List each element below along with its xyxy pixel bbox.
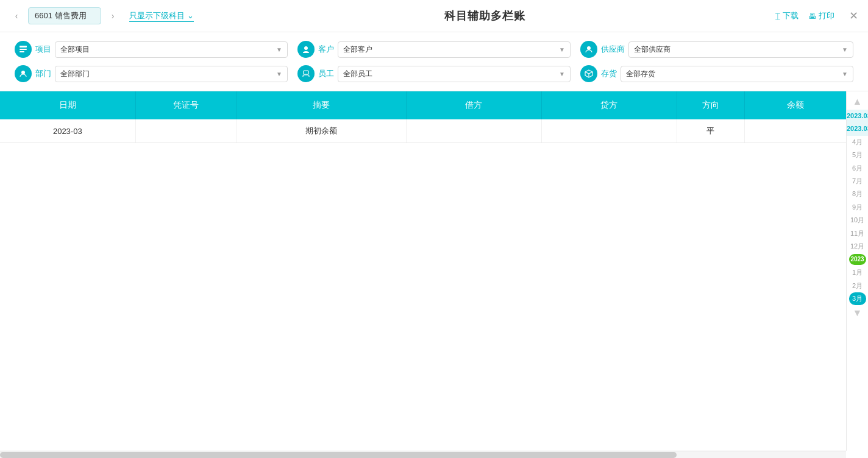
timeline-item-11[interactable]: 11月 xyxy=(847,227,868,240)
supplier-arrow-icon: ▼ xyxy=(842,46,848,53)
timeline-up-btn[interactable]: ▲ xyxy=(850,94,866,110)
timeline-item-1[interactable]: 1月 xyxy=(847,266,868,279)
page-title: 科目辅助多栏账 xyxy=(199,9,770,23)
timeline-item-8[interactable]: 8月 xyxy=(847,188,868,200)
col-debit: 借方 xyxy=(406,91,541,119)
customer-arrow-icon: ▼ xyxy=(559,46,565,53)
filter-item-employee: 员工 全部员工 ▼ xyxy=(293,62,575,86)
scrollbar-thumb[interactable] xyxy=(0,452,677,458)
next-account-btn[interactable]: › xyxy=(106,9,119,23)
customer-select[interactable]: 全部客户 ▼ xyxy=(338,41,571,58)
timeline-panel: ▲ 2023.03 2023.03 4月 5月 6月 7月 8月 9月 10月 … xyxy=(846,91,868,451)
timeline-item-2023-03-1[interactable]: 2023.03 xyxy=(847,110,868,122)
svg-rect-2 xyxy=(20,51,24,52)
timeline-item-3-active[interactable]: 3月 xyxy=(849,292,866,305)
col-credit: 贷方 xyxy=(541,91,677,119)
project-select[interactable]: 全部项目 ▼ xyxy=(55,41,288,58)
svg-rect-0 xyxy=(20,46,27,48)
dept-select[interactable]: 全部部门 ▼ xyxy=(55,66,288,82)
table-container: 日期 凭证号 摘要 借方 贷方 方向 余额 2023-03期初余额平 xyxy=(0,91,846,451)
main-container: ‹ 6601 销售费用 › 只显示下级科目 ⌄ 科目辅助多栏账 ⌶ 下载 🖶 打… xyxy=(0,0,868,458)
dept-label: 部门 xyxy=(35,68,51,79)
supplier-select[interactable]: 全部供应商 ▼ xyxy=(628,41,853,58)
dept-icon xyxy=(15,65,32,82)
col-summary: 摘要 xyxy=(237,91,407,119)
svg-rect-1 xyxy=(20,49,27,50)
timeline-item-12[interactable]: 12月 xyxy=(847,240,868,253)
filter-item-project: 项目 全部项目 ▼ xyxy=(10,37,293,62)
download-icon: ⌶ xyxy=(775,12,780,21)
timeline-item-7[interactable]: 7月 xyxy=(847,175,868,188)
toolbar-right: ⌶ 下载 🖶 打印 ✕ xyxy=(775,9,858,23)
col-date: 日期 xyxy=(0,91,135,119)
inventory-label: 存货 xyxy=(601,68,617,79)
account-code-box: 6601 销售费用 xyxy=(28,7,101,24)
timeline-item-2[interactable]: 2月 xyxy=(847,280,868,292)
project-icon xyxy=(15,41,32,58)
timeline-item-9[interactable]: 9月 xyxy=(847,201,868,214)
filter-item-dept: 部门 全部部门 ▼ xyxy=(10,62,293,86)
prev-account-btn[interactable]: ‹ xyxy=(10,9,23,23)
timeline-item-5[interactable]: 5月 xyxy=(847,149,868,161)
timeline-item-4[interactable]: 4月 xyxy=(847,136,868,149)
print-btn[interactable]: 🖶 打印 xyxy=(808,10,834,21)
timeline-item-2023-03-2[interactable]: 2023.03 xyxy=(847,122,868,135)
project-arrow-icon: ▼ xyxy=(276,46,282,53)
customer-icon xyxy=(297,41,315,58)
timeline-item-6[interactable]: 6月 xyxy=(847,162,868,175)
show-sub-filter[interactable]: 只显示下级科目 ⌄ xyxy=(129,10,194,22)
download-btn[interactable]: ⌶ 下载 xyxy=(775,10,799,21)
employee-label: 员工 xyxy=(318,68,334,79)
inventory-select[interactable]: 全部存货 ▼ xyxy=(621,66,853,82)
print-icon: 🖶 xyxy=(808,12,816,21)
employee-select[interactable]: 全部员工 ▼ xyxy=(338,66,571,82)
account-code: 6601 销售费用 xyxy=(28,7,101,24)
inventory-icon xyxy=(580,65,597,82)
svg-rect-5 xyxy=(304,71,308,74)
customer-label: 客户 xyxy=(318,44,334,55)
table-row: 2023-03期初余额平 xyxy=(0,119,846,143)
col-balance: 余额 xyxy=(744,91,846,119)
horizontal-scrollbar[interactable] xyxy=(0,451,846,458)
timeline-item-10[interactable]: 10月 xyxy=(847,214,868,227)
col-direction: 方向 xyxy=(677,91,744,119)
col-voucher: 凭证号 xyxy=(135,91,237,119)
close-btn[interactable]: ✕ xyxy=(849,9,858,23)
ledger-table: 日期 凭证号 摘要 借方 贷方 方向 余额 2023-03期初余额平 xyxy=(0,91,846,143)
dept-arrow-icon: ▼ xyxy=(276,71,282,77)
svg-point-4 xyxy=(21,71,25,74)
project-label: 项目 xyxy=(35,44,51,55)
supplier-icon xyxy=(580,41,597,58)
top-bar: ‹ 6601 销售费用 › 只显示下级科目 ⌄ 科目辅助多栏账 ⌶ 下载 🖶 打… xyxy=(0,0,868,32)
timeline-down-btn[interactable]: ▼ xyxy=(850,305,866,321)
employee-arrow-icon: ▼ xyxy=(559,71,565,77)
filter-item-customer: 客户 全部客户 ▼ xyxy=(293,37,575,62)
year-badge: 2023 xyxy=(849,254,866,265)
inventory-arrow-icon: ▼ xyxy=(842,71,848,77)
employee-icon xyxy=(297,65,315,82)
supplier-label: 供应商 xyxy=(601,44,625,55)
filter-item-inventory: 存货 全部存货 ▼ xyxy=(575,62,858,86)
filter-area: 项目 全部项目 ▼ 客户 全部客户 ▼ 供应商 全部供应商 ▼ xyxy=(0,32,868,91)
svg-point-3 xyxy=(587,46,591,50)
filter-item-supplier: 供应商 全部供应商 ▼ xyxy=(575,37,858,62)
